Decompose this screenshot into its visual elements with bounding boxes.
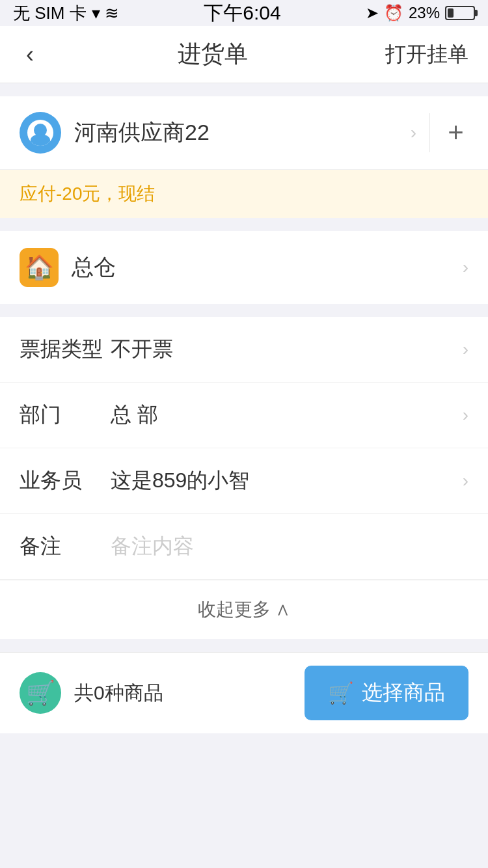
- notice-bar: 应付-20元，现结: [0, 170, 488, 218]
- supplier-section: 河南供应商22 › + 应付-20元，现结: [0, 96, 488, 218]
- battery-label: 23%: [409, 4, 440, 22]
- salesman-chevron-icon: ›: [463, 470, 468, 491]
- warehouse-row[interactable]: 🏠 总仓 ›: [0, 231, 488, 304]
- location-icon: ➤: [366, 4, 379, 22]
- add-supplier-button[interactable]: +: [429, 113, 468, 152]
- department-row[interactable]: 部门 总 部 ›: [0, 383, 488, 448]
- supplier-chevron-icon: ›: [411, 122, 416, 143]
- department-chevron-icon: ›: [463, 405, 468, 426]
- ticket-type-row[interactable]: 票据类型 不开票 ›: [0, 317, 488, 383]
- salesman-label: 业务员: [20, 467, 111, 495]
- remark-input[interactable]: 备注内容: [111, 532, 468, 561]
- avatar-icon: [27, 120, 53, 146]
- page-background: [0, 733, 488, 868]
- open-pending-button[interactable]: 打开挂单: [385, 40, 468, 69]
- gap-1: [0, 83, 488, 96]
- department-value: 总 部: [111, 401, 463, 429]
- cart-icon: 🛒: [26, 679, 55, 707]
- warehouse-chevron-icon: ›: [463, 257, 468, 278]
- supplier-avatar: [20, 112, 61, 154]
- warehouse-svg-icon: 🏠: [25, 254, 54, 281]
- select-product-label: 选择商品: [362, 679, 445, 707]
- select-product-button[interactable]: 🛒 选择商品: [305, 666, 468, 720]
- status-left: 无 SIM 卡 ▾ ≋: [13, 2, 119, 25]
- department-label: 部门: [20, 401, 111, 429]
- select-product-icon: 🛒: [328, 681, 354, 705]
- page-title: 进货单: [178, 38, 248, 70]
- nav-bar: ‹ 进货单 打开挂单: [0, 26, 488, 83]
- collapse-label: 收起更多 ∧: [198, 597, 291, 622]
- form-section: 票据类型 不开票 › 部门 总 部 › 业务员 这是859的小智 › 备注 备注…: [0, 317, 488, 639]
- notice-text: 应付-20元，现结: [20, 183, 155, 204]
- wifi-icon: ▾ ≋: [92, 3, 119, 23]
- remark-row[interactable]: 备注 备注内容: [0, 514, 488, 580]
- back-button[interactable]: ‹: [20, 34, 40, 75]
- salesman-row[interactable]: 业务员 这是859的小智 ›: [0, 448, 488, 514]
- ticket-type-value: 不开票: [111, 335, 463, 364]
- status-bar: 无 SIM 卡 ▾ ≋ 下午6:04 ➤ ⏰ 23%: [0, 0, 488, 26]
- warehouse-name: 总仓: [72, 252, 463, 282]
- remark-label: 备注: [20, 532, 111, 561]
- supplier-row[interactable]: 河南供应商22 › +: [0, 96, 488, 170]
- bottom-toolbar: 🛒 共0种商品 🛒 选择商品: [0, 652, 488, 733]
- status-right: ➤ ⏰ 23%: [366, 4, 475, 22]
- salesman-value: 这是859的小智: [111, 467, 463, 495]
- collapse-button[interactable]: 收起更多 ∧: [0, 580, 488, 639]
- carrier-label: 无 SIM 卡: [13, 2, 87, 25]
- cart-icon-container: 🛒: [20, 672, 61, 714]
- ticket-type-label: 票据类型: [20, 335, 111, 364]
- warehouse-section: 🏠 总仓 ›: [0, 231, 488, 304]
- ticket-type-chevron-icon: ›: [463, 339, 468, 360]
- product-count-text: 共0种商品: [74, 680, 305, 707]
- time-label: 下午6:04: [204, 0, 280, 27]
- battery-icon: [445, 6, 475, 20]
- warehouse-icon: 🏠: [20, 248, 59, 287]
- avatar-body: [31, 134, 50, 146]
- supplier-name: 河南供应商22: [74, 118, 411, 148]
- alarm-icon: ⏰: [384, 4, 403, 22]
